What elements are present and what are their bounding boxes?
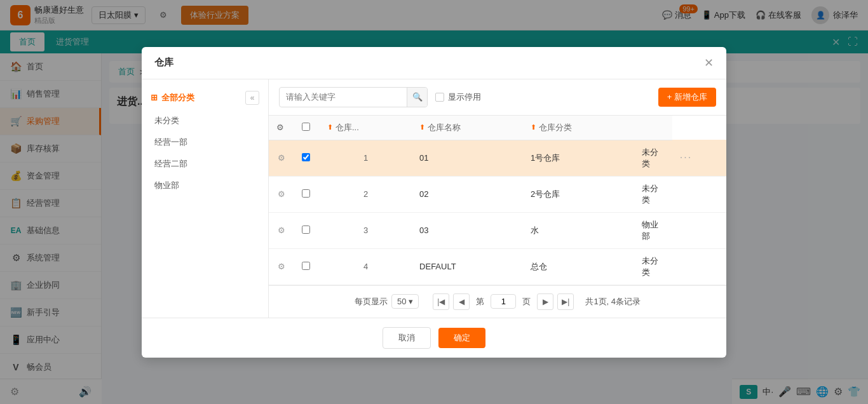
row-code: 02	[412, 176, 523, 212]
category-all-item[interactable]: ⊞ 全部分类	[151, 92, 194, 104]
confirm-button[interactable]: 确定	[438, 328, 485, 348]
modal-body: ⊞ 全部分类 « 未分类 经营一部 经营二部 物业部 🔍	[142, 79, 726, 318]
row-category: 物业部	[634, 212, 672, 248]
modal-footer: 取消 确定	[142, 318, 726, 358]
row-code: 03	[412, 212, 523, 248]
page-number-input[interactable]	[491, 294, 516, 309]
category-item-ops2[interactable]: 经营二部	[142, 153, 268, 175]
row-category: 未分类	[634, 140, 672, 176]
search-input[interactable]	[280, 92, 407, 102]
th-code-label: 仓库...	[336, 122, 359, 133]
warehouse-modal: 仓库 ✕ ⊞ 全部分类 « 未分类 经营一部 经营二部 物业部	[142, 47, 726, 358]
row-code: DEFAULT	[412, 248, 523, 285]
modal-close-button[interactable]: ✕	[704, 56, 714, 70]
pagination-bar: 每页显示 50 ▾ |◀ ◀ 第 页 ▶ ▶| 共1页, 4条记录	[269, 285, 726, 318]
row-name: 总仓	[523, 248, 634, 285]
row-gear-icon: ⚙	[278, 189, 285, 199]
table-row[interactable]: ⚙ 3 03 水 物业部	[269, 212, 726, 248]
category-item-property[interactable]: 物业部	[142, 175, 268, 196]
th-name: ⬆ 仓库名称	[412, 116, 523, 140]
gear-header-icon: ⚙	[276, 123, 284, 132]
disabled-checkbox[interactable]	[435, 93, 444, 102]
add-warehouse-button[interactable]: + 新增仓库	[658, 88, 716, 107]
row-name: 1号仓库	[523, 140, 634, 176]
th-category: ⬆ 仓库分类	[523, 116, 634, 140]
modal-header: 仓库 ✕	[142, 47, 726, 79]
cancel-button[interactable]: 取消	[383, 327, 431, 349]
table-header-row: ⚙ ⬆ 仓库... ⬆	[269, 116, 726, 140]
category-item-ops1[interactable]: 经营一部	[142, 131, 268, 153]
warehouse-table-element: ⚙ ⬆ 仓库... ⬆	[269, 116, 726, 285]
next-page-button[interactable]: ▶	[537, 293, 553, 310]
search-button[interactable]: 🔍	[407, 87, 427, 107]
show-disabled-checkbox[interactable]: 显示停用	[435, 91, 481, 103]
row-checkbox[interactable]	[302, 153, 310, 161]
prev-page-button[interactable]: ◀	[453, 293, 470, 310]
row-checkbox-cell	[294, 248, 320, 285]
row-checkbox-cell	[294, 176, 320, 212]
row-gear-icon: ⚙	[278, 262, 285, 271]
th-name-label: 仓库名称	[428, 122, 461, 133]
row-num: 2	[320, 176, 412, 212]
first-page-button[interactable]: |◀	[433, 293, 449, 310]
category-item-unclassified[interactable]: 未分类	[142, 110, 268, 131]
category-header: ⊞ 全部分类 «	[142, 86, 268, 110]
total-records-info: 共1页, 4条记录	[585, 296, 641, 307]
th-gear: ⚙	[269, 116, 294, 140]
category-all-label: 全部分类	[161, 92, 194, 104]
row-code: 01	[412, 140, 523, 176]
show-disabled-label: 显示停用	[448, 91, 481, 103]
row-category: 未分类	[634, 248, 672, 285]
th-category-label: 仓库分类	[539, 122, 572, 133]
row-more: ···	[672, 140, 726, 176]
row-more	[672, 212, 726, 248]
table-row[interactable]: ⚙ 2 02 2号仓库 未分类	[269, 176, 726, 212]
toolbar-left: 🔍 显示停用	[279, 87, 481, 107]
per-page-value: 50	[397, 297, 406, 306]
warehouse-content-panel: 🔍 显示停用 + 新增仓库 ⚙	[269, 79, 726, 318]
per-page-selector: 每页显示 50 ▾	[355, 294, 419, 309]
row-num: 4	[320, 248, 412, 285]
collapse-category-button[interactable]: «	[245, 91, 259, 105]
per-page-label: 每页显示	[355, 296, 388, 307]
sort-icon-name: ⬆	[419, 123, 425, 131]
select-all-checkbox[interactable]	[302, 123, 310, 131]
warehouse-table: ⚙ ⬆ 仓库... ⬆	[269, 116, 726, 285]
row-checkbox[interactable]	[302, 189, 310, 198]
per-page-select[interactable]: 50 ▾	[391, 294, 419, 309]
row-name: 水	[523, 212, 634, 248]
category-panel: ⊞ 全部分类 « 未分类 经营一部 经营二部 物业部	[142, 79, 269, 318]
modal-title: 仓库	[154, 57, 173, 69]
th-code: ⬆ 仓库...	[320, 116, 412, 140]
row-gear-cell: ⚙	[269, 176, 294, 212]
row-category: 未分类	[634, 176, 672, 212]
row-checkbox-cell	[294, 140, 320, 176]
th-checkbox	[294, 116, 320, 140]
row-checkbox[interactable]	[302, 226, 310, 234]
per-page-chevron: ▾	[409, 297, 413, 306]
row-gear-icon: ⚙	[278, 153, 285, 163]
table-row[interactable]: ⚙ 4 DEFAULT 总仓 未分类	[269, 248, 726, 285]
sort-icon: ⬆	[327, 123, 333, 131]
row-more	[672, 176, 726, 212]
sort-icon-cat: ⬆	[531, 123, 536, 131]
row-gear-icon: ⚙	[278, 226, 285, 235]
row-gear-cell: ⚙	[269, 140, 294, 176]
row-checkbox-cell	[294, 212, 320, 248]
row-num: 3	[320, 212, 412, 248]
row-checkbox[interactable]	[302, 262, 310, 270]
modal-overlay: 仓库 ✕ ⊞ 全部分类 « 未分类 经营一部 经营二部 物业部	[0, 0, 868, 404]
table-row[interactable]: ⚙ 1 01 1号仓库 未分类 ···	[269, 140, 726, 176]
row-num: 1	[320, 140, 412, 176]
row-gear-cell: ⚙	[269, 248, 294, 285]
grid-icon: ⊞	[151, 93, 158, 102]
row-name: 2号仓库	[523, 176, 634, 212]
th-actions	[634, 116, 672, 140]
last-page-button[interactable]: ▶|	[557, 293, 574, 310]
search-box: 🔍	[279, 87, 428, 107]
row-gear-cell: ⚙	[269, 212, 294, 248]
row-more	[672, 248, 726, 285]
page-label: 第	[476, 296, 484, 307]
more-actions-icon[interactable]: ···	[680, 152, 692, 163]
warehouse-table-body: ⚙ 1 01 1号仓库 未分类 ··· ⚙	[269, 140, 726, 285]
